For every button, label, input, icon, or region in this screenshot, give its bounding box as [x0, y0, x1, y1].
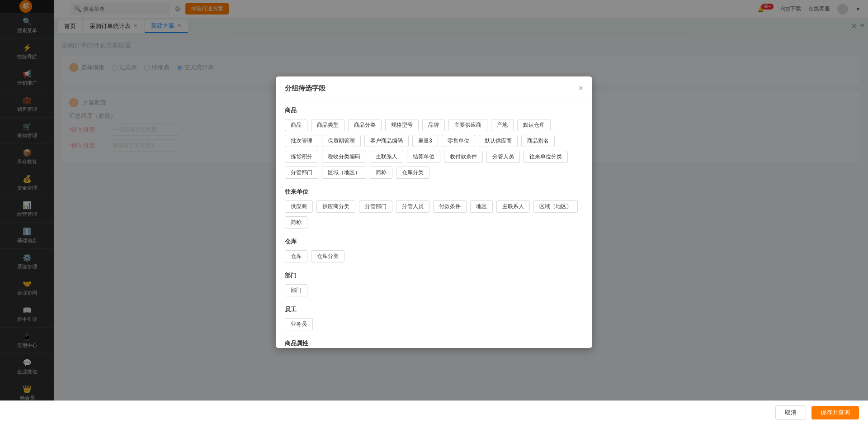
field-tag-0-14[interactable]: 商品别名: [521, 135, 555, 147]
field-tag-0-17[interactable]: 主联系人: [370, 151, 403, 163]
field-tag-0-20[interactable]: 分管人员: [486, 151, 520, 163]
field-tag-0-5[interactable]: 主要供应商: [448, 119, 487, 131]
field-tag-0-25[interactable]: 仓库分类: [396, 167, 429, 176]
field-tag-0-18[interactable]: 结算单位: [407, 151, 440, 163]
field-tag-0-3[interactable]: 规格型号: [385, 119, 419, 131]
field-tags-0: 商品商品类型商品分类规格型号品牌主要供应商产地默认仓库批次管理保质期管理客户商品…: [285, 119, 583, 176]
modal-header: 分组待选字段 ×: [276, 76, 592, 99]
modal-overlay: 分组待选字段 × 商品商品商品类型商品分类规格型号品牌主要供应商产地默认仓库批次…: [0, 0, 868, 176]
field-tag-0-13[interactable]: 默认供应商: [479, 135, 518, 147]
field-tag-0-8[interactable]: 批次管理: [285, 135, 318, 147]
field-tag-0-4[interactable]: 品牌: [422, 119, 445, 131]
field-tag-0-23[interactable]: 区域（地区）: [322, 167, 366, 176]
modal-title: 分组待选字段: [285, 84, 326, 93]
field-tag-0-1[interactable]: 商品类型: [311, 119, 344, 131]
field-tag-0-11[interactable]: 重量3: [412, 135, 438, 147]
field-select-modal: 分组待选字段 × 商品商品商品类型商品分类规格型号品牌主要供应商产地默认仓库批次…: [276, 76, 592, 176]
field-tag-0-24[interactable]: 简称: [370, 167, 392, 176]
field-tag-0-2[interactable]: 商品分类: [348, 119, 382, 131]
modal-body: 商品商品商品类型商品分类规格型号品牌主要供应商产地默认仓库批次管理保质期管理客户…: [276, 99, 592, 176]
field-tag-0-0[interactable]: 商品: [285, 119, 307, 131]
field-tag-0-7[interactable]: 默认仓库: [517, 119, 551, 131]
field-tag-0-15[interactable]: 拣货积分: [285, 151, 318, 163]
field-section-title-0: 商品: [285, 106, 583, 114]
field-tag-0-9[interactable]: 保质期管理: [322, 135, 361, 147]
field-tag-0-19[interactable]: 收付款条件: [444, 151, 483, 163]
field-tag-0-22[interactable]: 分管部门: [285, 167, 318, 176]
field-tag-0-6[interactable]: 产地: [491, 119, 514, 131]
modal-close-btn[interactable]: ×: [578, 84, 583, 93]
field-tag-0-10[interactable]: 客户商品编码: [364, 135, 409, 147]
field-tag-0-16[interactable]: 税收分类编码: [322, 151, 366, 163]
field-tag-0-21[interactable]: 往来单位分类: [524, 151, 568, 163]
field-section-0: 商品商品商品类型商品分类规格型号品牌主要供应商产地默认仓库批次管理保质期管理客户…: [285, 106, 583, 176]
field-tag-0-12[interactable]: 零售单位: [442, 135, 475, 147]
